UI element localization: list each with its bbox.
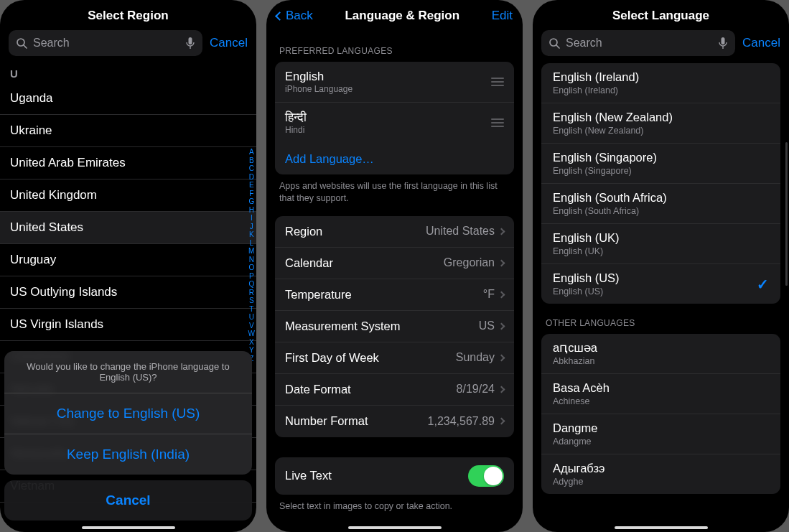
settings-row[interactable]: Measurement System US <box>275 311 514 342</box>
index-letter[interactable]: W <box>248 330 255 338</box>
preferred-languages-header: PREFERRED LANGUAGES <box>275 30 514 62</box>
language-sub: Adangme <box>553 437 769 447</box>
svg-line-1 <box>24 45 27 48</box>
live-text-footer: Select text in images to copy or take ac… <box>275 495 514 515</box>
phone-select-language: Select Language Cancel English (Ireland)… <box>533 0 789 532</box>
index-letter[interactable]: Q <box>248 280 254 289</box>
search-box[interactable] <box>9 30 202 56</box>
back-button[interactable]: Back <box>276 9 313 23</box>
index-letter[interactable]: N <box>249 256 254 264</box>
language-item[interactable]: Basa Acèh Achinese <box>541 374 780 414</box>
region-item[interactable]: United States <box>0 212 256 244</box>
chevron-right-icon <box>498 322 505 330</box>
search-input[interactable] <box>560 37 718 50</box>
chevron-left-icon <box>275 11 284 21</box>
settings-row[interactable]: First Day of Week Sunday <box>275 342 514 374</box>
language-item[interactable]: аԥсшәа Abkhazian <box>541 334 780 374</box>
language-item[interactable]: English (UK) English (UK) <box>541 224 780 264</box>
region-item[interactable]: US Virgin Islands <box>0 309 256 341</box>
index-letter[interactable]: C <box>249 164 254 173</box>
index-letter[interactable]: T <box>249 305 253 314</box>
sheet-keep-button[interactable]: Keep English (India) <box>4 434 252 475</box>
mic-icon[interactable] <box>718 37 728 50</box>
search-cancel-button[interactable]: Cancel <box>210 36 248 50</box>
index-letter[interactable]: R <box>249 289 254 297</box>
sheet-message: Would you like to change the iPhone lang… <box>4 351 252 393</box>
index-letter[interactable]: D <box>249 173 254 182</box>
scroll-indicator <box>785 142 788 286</box>
language-item[interactable]: English (Singapore) English (Singapore) <box>541 144 780 184</box>
language-item[interactable]: English (US) English (US) ✓ <box>541 264 780 304</box>
region-item[interactable]: Ukraine <box>0 115 256 147</box>
back-label: Back <box>286 9 313 23</box>
language-item[interactable]: Адыгабзэ Adyghe <box>541 454 780 494</box>
index-letter[interactable]: E <box>249 181 254 190</box>
region-item[interactable]: Uganda <box>0 83 256 115</box>
region-item[interactable]: United Arab Emirates <box>0 147 256 179</box>
settings-value: US <box>479 319 495 332</box>
language-list-scroll[interactable]: English (Ireland) English (Ireland) Engl… <box>533 63 789 532</box>
live-text-toggle[interactable] <box>468 465 504 487</box>
add-language-row[interactable]: Add Language… <box>275 143 514 174</box>
search-row: Cancel <box>0 30 256 63</box>
edit-button[interactable]: Edit <box>492 9 513 23</box>
live-text-group: Live Text <box>275 457 514 495</box>
index-letter[interactable]: A <box>249 148 254 157</box>
region-format-heading: Region Format Example <box>275 515 514 532</box>
sheet-options: Would you like to change the iPhone lang… <box>4 351 252 475</box>
region-item[interactable]: US Outlying Islands <box>0 276 256 309</box>
alpha-index[interactable]: ABCDEFGHIJKLMNOPQRSTUVWXYZ <box>248 148 255 363</box>
home-indicator[interactable] <box>82 526 175 529</box>
add-language-label: Add Language… <box>285 152 374 166</box>
search-cancel-button[interactable]: Cancel <box>742 36 780 50</box>
index-letter[interactable]: P <box>249 272 254 281</box>
other-languages-group: аԥсшәа Abkhazian Basa Acèh Achinese Dang… <box>541 334 780 494</box>
index-letter[interactable]: J <box>250 223 253 231</box>
settings-row[interactable]: Number Format 1,234,567.89 <box>275 406 514 437</box>
index-letter[interactable]: I <box>251 214 253 223</box>
settings-scroll[interactable]: PREFERRED LANGUAGES English iPhone Langu… <box>266 30 523 532</box>
drag-handle-icon[interactable] <box>491 116 504 129</box>
index-letter[interactable]: F <box>249 190 253 198</box>
settings-label: Temperature <box>285 288 483 302</box>
region-settings-group: Region United States Calendar Gregorian … <box>275 216 514 437</box>
sheet-change-button[interactable]: Change to English (US) <box>4 393 252 434</box>
index-letter[interactable]: G <box>248 197 254 206</box>
index-letter[interactable]: M <box>248 247 254 256</box>
svg-line-5 <box>556 45 559 48</box>
language-item[interactable]: English (Ireland) English (Ireland) <box>541 63 780 103</box>
mic-icon[interactable] <box>185 37 195 50</box>
language-sub: English (Singapore) <box>553 166 769 176</box>
index-letter[interactable]: S <box>249 297 254 305</box>
language-item[interactable]: Dangme Adangme <box>541 414 780 454</box>
preferred-language-row[interactable]: हिन्दी Hindi <box>275 103 514 143</box>
index-letter[interactable]: O <box>248 263 254 272</box>
home-indicator[interactable] <box>348 526 442 529</box>
lang-sub: iPhone Language <box>285 84 491 94</box>
region-item[interactable]: United Kingdom <box>0 179 256 212</box>
preferred-language-row[interactable]: English iPhone Language <box>275 62 514 103</box>
language-sub: English (Ireland) <box>553 85 769 95</box>
sheet-cancel-button[interactable]: Cancel <box>4 480 252 521</box>
search-input[interactable] <box>27 37 185 50</box>
region-item[interactable]: Uruguay <box>0 244 256 276</box>
search-box[interactable] <box>541 30 735 56</box>
index-letter[interactable]: L <box>249 239 253 248</box>
language-item[interactable]: English (South Africa) English (South Af… <box>541 184 780 224</box>
index-letter[interactable]: X <box>249 338 254 347</box>
language-item[interactable]: English (New Zealand) English (New Zeala… <box>541 103 780 144</box>
home-indicator[interactable] <box>615 526 708 529</box>
index-letter[interactable]: V <box>249 322 254 330</box>
other-languages-header: OTHER LANGUAGES <box>533 304 789 334</box>
language-sub: Adyghe <box>553 477 769 487</box>
settings-row[interactable]: Calendar Gregorian <box>275 248 514 279</box>
settings-row[interactable]: Date Format 8/19/24 <box>275 374 514 406</box>
index-letter[interactable]: U <box>249 313 254 322</box>
index-letter[interactable]: K <box>249 230 254 239</box>
index-letter[interactable]: H <box>249 206 254 215</box>
page-title: Select Region <box>39 9 218 23</box>
settings-row[interactable]: Region United States <box>275 216 514 248</box>
drag-handle-icon[interactable] <box>491 75 504 88</box>
settings-row[interactable]: Temperature °F <box>275 279 514 311</box>
index-letter[interactable]: B <box>249 157 254 165</box>
